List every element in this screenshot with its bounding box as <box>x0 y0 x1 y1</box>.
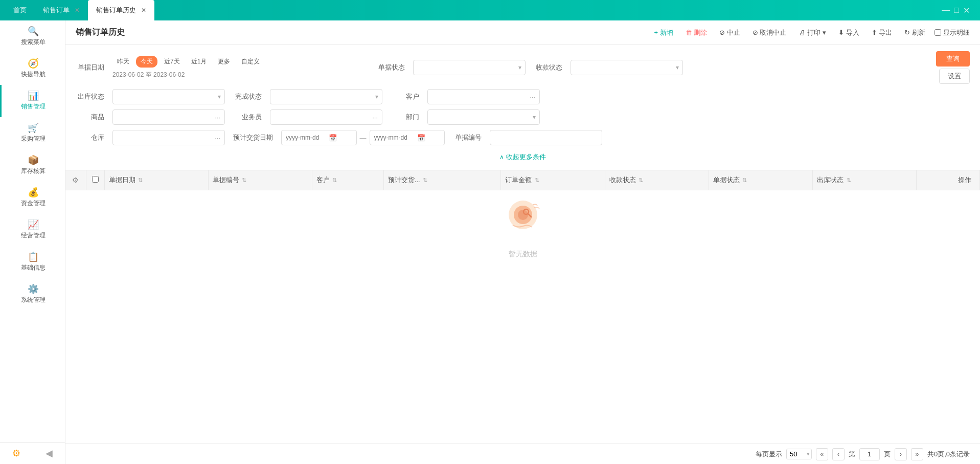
order-status-select[interactable] <box>413 60 526 75</box>
sidebar-item-purchase[interactable]: 🛒 采购管理 <box>0 117 65 149</box>
customer-column[interactable]: 客户 ⇅ <box>312 170 383 190</box>
salesperson-control: ··· <box>270 109 382 125</box>
customer-sort-icon: ⇅ <box>332 177 337 183</box>
sidebar-item-sales[interactable]: 📊 销售管理 <box>0 85 65 117</box>
close-window-icon[interactable]: ✕ <box>963 6 970 15</box>
cancel-stop-button[interactable]: ⊘ 取消中止 <box>749 26 790 39</box>
operations-icon: 📈 <box>28 220 39 229</box>
order-no-column[interactable]: 单据编号 ⇅ <box>208 170 312 190</box>
date-range-text: 2023-06-02 至 2023-06-02 <box>112 71 368 79</box>
sidebar-item-system[interactable]: ⚙️ 系统管理 <box>0 278 65 311</box>
date-separator: — <box>360 134 367 142</box>
next-page-button[interactable]: › <box>895 448 907 460</box>
sidebar-item-search[interactable]: 🔍 搜索菜单 <box>0 20 65 53</box>
data-table: ⚙ 单据日期 ⇅ 单据编号 ⇅ <box>65 170 980 190</box>
inventory-icon: 📦 <box>28 156 39 165</box>
date-label: 单据日期 <box>76 63 104 72</box>
calendar-end-icon[interactable]: 📅 <box>417 134 425 142</box>
maximize-icon[interactable]: □ <box>954 6 959 15</box>
settings-bottom-icon[interactable]: ⚙ <box>12 448 20 459</box>
outbound-status-column[interactable]: 出库状态 ⇅ <box>812 170 916 190</box>
sidebar-item-operations[interactable]: 📈 经营管理 <box>0 214 65 246</box>
tab-home[interactable]: 首页 <box>5 0 35 20</box>
refresh-button[interactable]: ↻ 刷新 <box>901 26 928 39</box>
receipt-status-select[interactable] <box>571 60 683 75</box>
product-ellipsis[interactable]: ··· <box>215 114 220 121</box>
order-no-input[interactable] <box>490 130 602 145</box>
delivery-date-start-input[interactable] <box>286 134 327 141</box>
warehouse-control: ··· <box>112 130 225 145</box>
order-no-control <box>490 130 602 145</box>
receipt-status-label: 收款状态 <box>534 63 562 72</box>
delivery-column[interactable]: 预计交货... ⇅ <box>383 170 501 190</box>
amount-column[interactable]: 订单金额 ⇅ <box>501 170 605 190</box>
select-all-checkbox[interactable] <box>92 176 99 183</box>
export-button[interactable]: ⬆ 导出 <box>869 26 896 39</box>
main-layout: 🔍 搜索菜单 🧭 快捷导航 📊 销售管理 🛒 采购管理 📦 库存核算 💰 资金管… <box>0 20 980 464</box>
import-button[interactable]: ⬇ 导入 <box>835 26 862 39</box>
warehouse-label: 仓库 <box>76 133 104 142</box>
date-tag-7days[interactable]: 近7天 <box>159 56 185 68</box>
checkbox-column-header <box>86 170 104 190</box>
page-size-select[interactable]: 10 20 50 100 <box>786 449 812 459</box>
gear-icon[interactable]: ⚙ <box>72 176 79 184</box>
dept-control: ▾ <box>427 109 540 125</box>
date-tag-yesterday[interactable]: 昨天 <box>112 56 134 68</box>
stop-button[interactable]: ⊘ 中止 <box>716 26 743 39</box>
customer-input[interactable] <box>432 93 530 101</box>
show-detail-check[interactable] <box>935 29 941 36</box>
tab-sales-order-history[interactable]: 销售订单历史 ✕ <box>88 0 154 20</box>
date-tag-more[interactable]: 更多 <box>213 56 235 68</box>
outbound-status-select[interactable] <box>112 89 225 104</box>
tab-sales-order[interactable]: 销售订单 ✕ <box>35 0 88 20</box>
warehouse-input[interactable] <box>117 134 215 142</box>
show-detail-checkbox[interactable]: 显示明细 <box>935 28 970 37</box>
product-label: 商品 <box>76 113 104 122</box>
minimize-icon[interactable]: — <box>942 6 950 15</box>
date-tag-1month[interactable]: 近1月 <box>187 56 212 68</box>
calendar-start-icon[interactable]: 📅 <box>329 134 337 142</box>
print-dropdown-icon: ▾ <box>823 29 826 36</box>
dept-select[interactable] <box>427 109 540 125</box>
prev-page-button[interactable]: ‹ <box>832 448 845 460</box>
sidebar-bottom: ⚙ ◀ <box>0 442 65 464</box>
sidebar-item-inventory[interactable]: 📦 库存核算 <box>0 149 65 182</box>
table-header-row: ⚙ 单据日期 ⇅ 单据编号 ⇅ <box>65 170 980 190</box>
settings-column-header[interactable]: ⚙ <box>65 170 86 190</box>
first-page-button[interactable]: « <box>816 448 828 460</box>
salesperson-input[interactable] <box>275 114 372 121</box>
sidebar-item-finance[interactable]: 💰 资金管理 <box>0 182 65 214</box>
close-sales-order-tab[interactable]: ✕ <box>75 7 80 14</box>
receipt-status-column[interactable]: 收款状态 ⇅ <box>605 170 709 190</box>
query-button[interactable]: 查询 <box>936 51 970 67</box>
order-no-label: 单据编号 <box>453 133 482 142</box>
current-page-input[interactable] <box>859 448 880 460</box>
date-tag-custom[interactable]: 自定义 <box>237 56 264 68</box>
sidebar-item-basic-info[interactable]: 📋 基础信息 <box>0 246 65 278</box>
date-tag-today[interactable]: 今天 <box>136 56 157 68</box>
basic-info-icon: 📋 <box>28 252 39 261</box>
sidebar-item-quick-nav[interactable]: 🧭 快捷导航 <box>0 53 65 85</box>
add-button[interactable]: + 新增 <box>651 26 676 39</box>
last-page-button[interactable]: » <box>911 448 923 460</box>
total-records-label: 共0页,0条记录 <box>927 450 970 459</box>
collapse-sidebar-icon[interactable]: ◀ <box>45 448 53 459</box>
product-input[interactable] <box>117 114 215 121</box>
filter-row-3: 商品 ··· 业务员 ··· 部门 ▾ <box>76 109 970 125</box>
delivery-date-end-input[interactable] <box>374 134 415 141</box>
customer-ellipsis[interactable]: ··· <box>530 93 535 101</box>
complete-status-select[interactable] <box>270 89 382 104</box>
empty-state: 暂无数据 <box>65 190 980 259</box>
filter-row-1: 单据日期 昨天 今天 近7天 近1月 更多 自定义 2023-06-02 至 2… <box>76 51 970 84</box>
order-date-column[interactable]: 单据日期 ⇅ <box>104 170 208 190</box>
print-button[interactable]: 🖨 打印 ▾ <box>796 26 830 39</box>
close-sales-order-history-tab[interactable]: ✕ <box>141 7 146 14</box>
outbound-status-control: ▾ <box>112 89 225 104</box>
set-button[interactable]: 设置 <box>939 69 970 84</box>
warehouse-ellipsis[interactable]: ··· <box>215 134 220 142</box>
page-size-wrapper: 10 20 50 100 ▾ <box>786 449 812 459</box>
delete-button[interactable]: 🗑 删除 <box>682 26 711 39</box>
order-status-column[interactable]: 单据状态 ⇅ <box>709 170 812 190</box>
salesperson-ellipsis[interactable]: ··· <box>372 114 378 121</box>
collapse-row[interactable]: ∧ 收起更多条件 <box>76 150 970 164</box>
